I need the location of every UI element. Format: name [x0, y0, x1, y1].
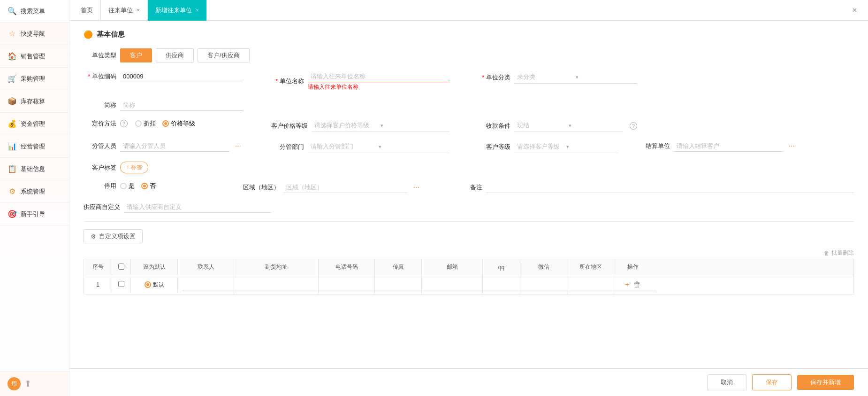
header-checkbox[interactable] — [118, 264, 124, 270]
tab-home-label: 首页 — [81, 6, 93, 15]
tab-home[interactable]: 首页 — [73, 0, 101, 21]
field-settlement: 结算单位 ··· — [637, 140, 797, 152]
save-new-button[interactable]: 保存并新增 — [797, 375, 854, 390]
type-btn-customer[interactable]: 客户 — [120, 48, 152, 62]
tab-new-partner-close[interactable]: × — [196, 7, 199, 14]
pricing-level[interactable]: 价格等级 — [162, 119, 195, 128]
tab-new-partner[interactable]: 新增往来单位 × — [148, 0, 207, 21]
save-button[interactable]: 保存 — [752, 374, 792, 390]
area-label: 区域（地区） — [243, 183, 280, 192]
td-default[interactable]: 默认 — [131, 277, 178, 293]
td-addr — [234, 275, 319, 294]
field-code: 单位编码 — [84, 71, 243, 82]
disabled-yes[interactable]: 是 — [120, 182, 135, 190]
td-op: + 🗑 — [614, 277, 652, 293]
cancel-button[interactable]: 取消 — [707, 374, 746, 390]
tab-bar: 首页 往来单位 × 新增往来单位 × × — [69, 0, 868, 21]
pricing-help-icon[interactable]: ? — [120, 120, 128, 127]
field-remarks: 备注 — [449, 182, 854, 193]
batch-delete-btn[interactable]: 🗑 批量删除 — [84, 249, 854, 257]
row-supplier-custom: 供应商自定义 — [84, 202, 854, 213]
close-all-tabs[interactable]: × — [845, 6, 864, 15]
customer-price-chevron: ▾ — [381, 123, 447, 129]
manager-input[interactable] — [120, 140, 229, 152]
sidebar-item-quicknav[interactable]: ☆ 快捷导航 — [0, 23, 69, 45]
tab-partners[interactable]: 往来单位 × — [101, 0, 148, 21]
add-row-btn[interactable]: + — [625, 280, 629, 289]
form-content: 🟠 基本信息 单位类型 客户 供应商 客户/供应商 单位编码 单位名称 请输入往… — [69, 21, 868, 396]
sidebar-item-finance[interactable]: 💰 资金管理 — [0, 113, 69, 135]
dept-label: 分管部门 — [271, 143, 304, 151]
remarks-label: 备注 — [449, 183, 482, 192]
inventory-icon: 📦 — [8, 97, 17, 106]
dept-select[interactable]: 请输入分管部门 ▾ — [308, 140, 449, 153]
payment-select[interactable]: 现结 ▾ — [514, 119, 623, 132]
customer-price-label: 客户价格等级 — [271, 122, 308, 130]
td-qq — [483, 275, 520, 294]
customer-level-select[interactable]: 请选择客户等级 ▾ — [514, 140, 618, 153]
addr-input[interactable] — [239, 279, 323, 290]
supplier-custom-label: 供应商自定义 — [84, 203, 120, 211]
payment-label: 收款条件 — [478, 122, 510, 130]
code-input[interactable] — [120, 71, 243, 82]
level-radio[interactable] — [162, 120, 169, 127]
default-label: 默认 — [153, 281, 164, 289]
customer-level-placeholder: 请选择客户等级 — [517, 142, 566, 151]
disabled-radio-group: 是 否 — [120, 182, 156, 190]
row-checkbox[interactable] — [118, 281, 124, 287]
td-fax — [375, 275, 422, 294]
no-label: 否 — [150, 182, 156, 190]
type-btn-both[interactable]: 客户/供应商 — [198, 48, 250, 62]
remarks-input[interactable] — [486, 182, 854, 193]
default-radio[interactable] — [145, 281, 151, 288]
disabled-no[interactable]: 否 — [141, 182, 156, 190]
section-icon: 🟠 — [84, 30, 93, 39]
field-disabled: 停用 是 否 — [84, 182, 215, 190]
sidebar-item-purchase[interactable]: 🛒 采购管理 — [0, 68, 69, 90]
sidebar-item-search[interactable]: 🔍 搜索菜单 — [0, 0, 69, 23]
row-tags: 客户标签 + 标签 — [84, 162, 854, 173]
shortname-input[interactable] — [120, 100, 243, 111]
yes-radio[interactable] — [120, 183, 127, 189]
th-addr: 到货地址 — [234, 259, 319, 275]
name-input[interactable] — [308, 71, 449, 82]
settlement-input[interactable] — [674, 140, 783, 152]
th-email: 邮箱 — [422, 259, 483, 275]
section-title-basic: 🟠 基本信息 — [84, 30, 854, 39]
field-name: 单位名称 请输入往来单位名称 — [271, 71, 449, 91]
sidebar-item-basic[interactable]: 📋 基础信息 — [0, 158, 69, 180]
tab-partners-label: 往来单位 — [108, 6, 133, 15]
category-label: 单位分类 — [478, 73, 510, 82]
contact-table-wrap: 🗑 批量删除 序号 设为默认 联系人 到货地址 电话号码 传真 邮箱 qq 微信… — [84, 249, 854, 295]
manager-more-btn[interactable]: ··· — [233, 142, 243, 150]
row-disabled-area: 停用 是 否 区域（地区） ··· 备注 — [84, 182, 854, 193]
payment-chevron: ▾ — [569, 123, 620, 129]
customer-price-select[interactable]: 请选择客户价格等级 ▾ — [312, 119, 449, 132]
td-contact — [178, 275, 234, 294]
supplier-custom-input[interactable] — [124, 202, 271, 213]
sidebar-item-system[interactable]: ⚙ 系统管理 — [0, 180, 69, 203]
field-customer-level: 客户等级 请选择客户等级 ▾ — [478, 140, 618, 153]
customer-price-placeholder: 请选择客户价格等级 — [314, 121, 381, 130]
area-more-btn[interactable]: ··· — [411, 183, 421, 192]
dept-placeholder: 请输入分管部门 — [311, 142, 379, 151]
discount-radio[interactable] — [135, 120, 142, 127]
tab-partners-close[interactable]: × — [137, 7, 140, 14]
add-tag-btn[interactable]: + 标签 — [120, 162, 148, 173]
table-row: 1 默认 + 🗑 — [84, 275, 854, 295]
sidebar-item-newbie[interactable]: 🎯 新手引导 — [0, 203, 69, 225]
row-pricing: 定价方法 ? 折扣 价格等级 客户价格等级 请选择客户价格等级 — [84, 119, 854, 132]
sidebar-item-inventory[interactable]: 📦 库存核算 — [0, 90, 69, 113]
sidebar-item-operations[interactable]: 📊 经营管理 — [0, 135, 69, 158]
no-radio[interactable] — [141, 183, 148, 189]
category-chevron: ▾ — [576, 74, 634, 80]
area-input[interactable] — [283, 182, 408, 193]
sidebar-item-sales[interactable]: 🏠 销售管理 — [0, 45, 69, 68]
del-row-btn[interactable]: 🗑 — [633, 280, 641, 289]
category-select[interactable]: 未分类 ▾ — [514, 71, 637, 84]
payment-help-icon[interactable]: ? — [630, 122, 637, 130]
settlement-more-btn[interactable]: ··· — [787, 142, 797, 150]
pricing-discount[interactable]: 折扣 — [135, 119, 156, 128]
type-btn-supplier[interactable]: 供应商 — [156, 48, 194, 62]
custom-settings-btn[interactable]: ⚙ 自定义项设置 — [84, 229, 143, 243]
